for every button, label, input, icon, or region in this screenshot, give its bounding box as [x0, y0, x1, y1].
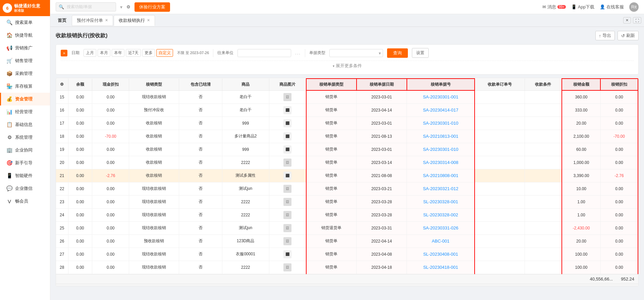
online-service-button[interactable]: 👤 在线客服 — [600, 4, 624, 10]
export-icon: ↑ — [599, 33, 601, 38]
cell-bill-no: SA-20230321-012 — [407, 182, 475, 195]
cell-bill-no: SA-20230414-017 — [407, 103, 475, 117]
table-row: 15 0.00 0.00 现结收款核销 否 老白干 🖼 销货单 2023-03-… — [56, 90, 638, 103]
settings-button[interactable]: 设置 — [412, 48, 429, 58]
cell-balance: 0.00 — [68, 261, 92, 274]
sidebar-item-wechat[interactable]: 💬 企业微信 — [0, 182, 50, 195]
cell-receipt-condition — [525, 103, 562, 117]
date-label: 日期 — [71, 50, 79, 56]
date-btn-more[interactable]: 更多 — [142, 49, 155, 57]
settings-gear-icon[interactable]: ⚙ — [126, 4, 130, 9]
cell-product-img: ⬛ — [269, 130, 306, 143]
cell-receipt-condition — [525, 261, 562, 274]
logo-icon: 6 — [3, 3, 12, 13]
cell-amount: 2,100.00 — [562, 130, 600, 143]
from-unit-input[interactable] — [237, 49, 291, 57]
sidebar-item-search[interactable]: 🔍 搜索菜单 — [0, 16, 50, 29]
single-type-select[interactable] — [329, 49, 383, 57]
export-button[interactable]: ↑ 导出 — [595, 31, 615, 40]
refresh-icon: ↺ — [621, 33, 625, 38]
industry-solution-button[interactable]: 休验行业方案 — [135, 2, 170, 12]
topbar-search-wrapper[interactable]: 🔍 搜索功能/单据 — [56, 2, 116, 11]
sidebar-item-guide[interactable]: 🎯 新手引导 — [0, 157, 50, 169]
cell-include-settled: 否 — [179, 90, 222, 103]
cell-cash-discount: 0.00 — [92, 221, 129, 234]
wechat-icon: 💬 — [6, 185, 12, 191]
cell-include-settled: 否 — [179, 182, 222, 195]
sidebar-item-system[interactable]: ⚙ 系统管理 — [0, 131, 50, 144]
sidebar-item-purchase[interactable]: 📦 采购管理 — [0, 67, 50, 80]
date-btn-this-month[interactable]: 本月 — [98, 49, 110, 57]
query-button[interactable]: 查询 — [387, 48, 408, 58]
cell-bill-no: SA-20210813-001 — [407, 130, 475, 143]
user-avatar[interactable]: Rit — [629, 2, 639, 12]
app-download-button[interactable]: 📱 App下载 — [571, 4, 594, 10]
cell-bill-date: 2023-03-21 — [357, 182, 407, 195]
date-btn-this-year[interactable]: 本年 — [112, 49, 124, 57]
th-writeoff-type: 核销类型 — [129, 79, 179, 90]
search-placeholder: 搜索功能/单据 — [67, 4, 92, 10]
sidebar-item-quick-nav[interactable]: 🏠 快捷导航 — [0, 29, 50, 42]
date-btn-custom[interactable]: 自定义 — [156, 49, 173, 57]
sidebar-item-basic[interactable]: 📋 基础信息 — [0, 118, 50, 131]
tab-close-receipt-writeoff[interactable]: ✕ — [147, 18, 150, 23]
sidebar-item-hardware[interactable]: 📱 智能硬件 — [0, 169, 50, 182]
maximize-tab-button[interactable]: ⛶ — [633, 17, 641, 24]
cell-bill-type: 销货单 — [306, 90, 357, 103]
refresh-button[interactable]: ↺ 刷新 — [618, 31, 639, 40]
sidebar-item-enterprise[interactable]: 🏢 企业协同 — [0, 144, 50, 157]
message-button[interactable]: ✉ 消息 99+ — [542, 4, 566, 10]
cell-product: 老白干 — [222, 90, 269, 103]
sidebar-item-operation[interactable]: 📊 经营管理 — [0, 105, 50, 118]
page-header: 收款核销执行(按收款) ↑ 导出 ↺ 刷新 — [56, 31, 639, 40]
cell-balance: 0.00 — [68, 169, 92, 182]
filter-dots: ... — [295, 50, 301, 55]
cell-receipt-order — [475, 195, 525, 208]
cell-writeoff-type: 收款核销 — [129, 117, 179, 130]
cell-cash-discount: 0.00 — [92, 117, 129, 130]
th-settings[interactable]: ⚙ — [56, 79, 68, 90]
cell-receipt-condition — [525, 248, 562, 261]
cell-balance: 0.00 — [68, 208, 92, 221]
sidebar-item-inventory[interactable]: 🏪 库存核算 — [0, 80, 50, 93]
sidebar-item-vip[interactable]: V 畅会员 — [0, 195, 50, 208]
sidebar-item-finance[interactable]: 💰 资金管理 — [0, 93, 50, 105]
filter-expand-icon[interactable]: » — [61, 50, 67, 56]
sidebar-item-marketing[interactable]: 📢 营销推广 — [0, 42, 50, 54]
cell-writeoff-type: 现结收款核销 — [129, 195, 179, 208]
cell-balance: 0.00 — [68, 156, 92, 169]
enterprise-icon: 🏢 — [6, 147, 12, 153]
date-btn-7days[interactable]: 近7天 — [126, 49, 141, 57]
expand-more-button[interactable]: ▾ 展开更多条件 — [61, 60, 634, 71]
cell-discount: -70.00 — [600, 130, 638, 143]
horizontal-scrollbar[interactable] — [56, 284, 638, 286]
cell-bill-no: SL-20230418-001 — [407, 261, 475, 274]
cell-bill-no: SL-20230328-001 — [407, 195, 475, 208]
cell-include-settled: 否 — [179, 261, 222, 274]
cell-balance: 0.00 — [68, 103, 92, 117]
cell-bill-type: 销货单 — [306, 208, 357, 221]
cell-balance: 0.00 — [68, 195, 92, 208]
cell-include-settled: 否 — [179, 195, 222, 208]
search-icon: 🔍 — [59, 4, 64, 9]
cell-bill-type: 销货退货单 — [306, 221, 357, 234]
cell-id: 19 — [56, 143, 68, 156]
date-btn-last-month[interactable]: 上月 — [84, 49, 96, 57]
tab-receipt-writeoff[interactable]: 收款核销执行 ✕ — [114, 15, 155, 26]
cell-product-img: 🖼 — [269, 195, 306, 208]
tab-home[interactable]: 首页 — [53, 15, 71, 26]
close-tab-button[interactable]: ✕ — [623, 17, 631, 24]
cell-amount: 1,000.00 — [562, 156, 600, 169]
tab-prepay[interactable]: 预付冲应付单 ✕ — [72, 15, 113, 26]
table-row: 22 0.00 0.00 现结收款核销 否 测试jun 🖼 销货单 2023-0… — [56, 182, 638, 195]
cell-include-settled: 否 — [179, 103, 222, 117]
operation-icon: 📊 — [6, 109, 12, 115]
cell-bill-type: 销货单 — [306, 169, 357, 182]
dropdown-arrow-icon[interactable]: ▾ — [120, 4, 122, 10]
cell-bill-no: SL-20230328-002 — [407, 208, 475, 221]
cell-include-settled: 否 — [179, 208, 222, 221]
cell-receipt-condition — [525, 143, 562, 156]
sidebar-item-sales[interactable]: 🛒 销售管理 — [0, 54, 50, 67]
tab-close-prepay[interactable]: ✕ — [105, 18, 108, 23]
cell-receipt-condition — [525, 234, 562, 248]
